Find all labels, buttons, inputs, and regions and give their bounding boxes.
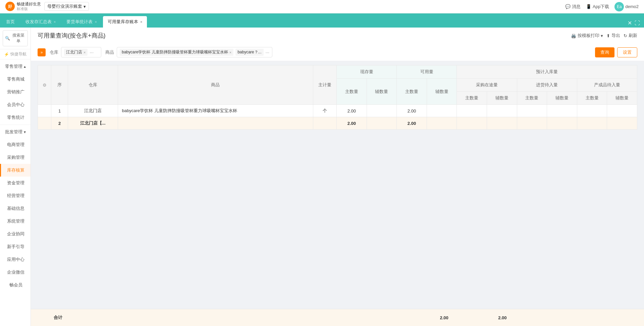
- sidebar-item-enterprise[interactable]: 企业协同: [0, 228, 31, 240]
- product-tag-close[interactable]: ×: [229, 50, 231, 54]
- col-prod-pending-header: 产成品待入量: [577, 79, 637, 92]
- sidebar-item-inventory[interactable]: 库存核算: [0, 164, 31, 177]
- product-filter-input[interactable]: babycare学饮杯 儿童防摔防撞吸管杯重力球吸嘴杯宝宝水杯 × babyca…: [117, 47, 272, 57]
- sidebar-item-basic[interactable]: 基础信息: [0, 202, 31, 215]
- product-extra-label: babycare？...: [237, 49, 261, 55]
- filter-expand-button[interactable]: »: [38, 48, 46, 56]
- col-stock-aux-header: 辅数量: [367, 79, 397, 105]
- page-header: 可用量查询(按仓库+商品) 🖨️ 按模板打印 ▾ ⬆ 导出 ↻ 刷新: [31, 28, 644, 44]
- sidebar-item-ecommerce[interactable]: 电商管理: [0, 138, 31, 151]
- sidebar-basic-label: 基础信息: [7, 205, 24, 212]
- row-product-cell: babycare学饮杯 儿童防摔防撞吸管杯重力球吸嘴杯宝宝水杯: [118, 105, 313, 117]
- expand-icon: »: [41, 50, 43, 55]
- export-button[interactable]: ⬆ 导出: [606, 33, 620, 39]
- col-stock-header: 现存量: [337, 65, 397, 79]
- print-arrow: ▾: [601, 33, 603, 38]
- tab-orderstat[interactable]: 要货单统计表 ×: [62, 16, 101, 28]
- sidebar-item-finance[interactable]: 资金管理: [0, 177, 31, 189]
- footer-product-cell: [95, 312, 399, 323]
- page-title: 可用量查询(按仓库+商品): [38, 32, 106, 40]
- sidebar-item-operation[interactable]: 经营管理: [0, 189, 31, 202]
- message-label: 消息: [572, 4, 581, 10]
- logo-text: 畅捷通好生意: [17, 2, 41, 6]
- subtotal-pur-aux-cell: [487, 117, 517, 130]
- sidebar-item-marketing[interactable]: 营销推广: [0, 86, 31, 98]
- quick-nav-label: 快捷导航: [10, 51, 26, 57]
- sidebar-item-member2[interactable]: 畅会员: [0, 279, 31, 291]
- product-ellipsis[interactable]: ···: [266, 50, 270, 55]
- export-label: 导出: [611, 33, 620, 39]
- settings-button[interactable]: 设置: [617, 47, 637, 57]
- username-label: demo2: [625, 4, 639, 9]
- tab-stockbook-label: 可用量库存账本: [108, 19, 138, 25]
- sidebar-item-retail[interactable]: 零售管理 ▲: [0, 60, 31, 73]
- footer-settings-cell: [38, 312, 51, 323]
- row-avail-aux-cell: [427, 105, 457, 117]
- col-pur-transit-header: 采购在途量: [457, 79, 517, 92]
- quick-nav-button[interactable]: ⚡ 快捷导航: [0, 49, 31, 58]
- sidebar-retail-stat-label: 零售统计: [7, 114, 24, 121]
- table-row: 1 江北门店 babycare学饮杯 儿童防摔防撞吸管杯重力球吸嘴杯宝宝水杯 个…: [38, 105, 637, 117]
- app-download-button[interactable]: 📱 App下载: [586, 4, 609, 10]
- search-menu-button[interactable]: 🔍 搜索菜单: [3, 30, 28, 46]
- footer-prod-aux: [621, 312, 637, 323]
- sidebar-item-member[interactable]: 会员中心: [0, 98, 31, 111]
- row-avail-main-cell: 2.00: [397, 105, 427, 117]
- sidebar-apps-label: 应用中心: [7, 257, 24, 263]
- tab-receivable-close[interactable]: ×: [54, 20, 56, 24]
- avatar: Ea: [614, 2, 624, 11]
- product-extra-tag: babycare？...: [235, 49, 263, 56]
- message-button[interactable]: 💬 消息: [565, 4, 581, 10]
- sidebar: 🔍 搜索菜单 ⚡ 快捷导航 零售管理 ▲ 零售商城 营销推广 会员中心 零售统计…: [0, 28, 31, 326]
- footer-avail-aux: [523, 312, 540, 323]
- logo-text-area: 畅捷通好生意 标准版: [17, 2, 41, 11]
- industry-label: 母婴行业演示账套: [47, 3, 82, 9]
- warehouse-ellipsis[interactable]: ···: [90, 50, 94, 55]
- subtotal-in-aux-cell: [547, 117, 577, 130]
- sidebar-item-retail-stat[interactable]: 零售统计: [0, 111, 31, 124]
- phone-icon: 📱: [586, 4, 591, 9]
- col-pur-transit-aux: 辅数量: [487, 92, 517, 105]
- user-profile[interactable]: Ea demo2: [614, 2, 639, 11]
- sidebar-item-wechat[interactable]: 企业微信: [0, 266, 31, 279]
- refresh-icon: ↻: [624, 33, 627, 38]
- sidebar-newbie-label: 新手引导: [7, 244, 24, 250]
- close-tab-icon[interactable]: ✕: [628, 20, 632, 26]
- sidebar-item-purchase[interactable]: 采购管理: [0, 151, 31, 164]
- print-button[interactable]: 🖨️ 按模板打印 ▾: [571, 33, 603, 39]
- footer-total-table: 合计 2.00 2.00: [38, 312, 637, 323]
- footer-pur-main: [540, 312, 556, 323]
- tab-stockbook[interactable]: 可用量库存账本 ×: [103, 16, 147, 28]
- row-stock-main-cell: 2.00: [337, 105, 367, 117]
- sidebar-item-retail-mall[interactable]: 零售商城: [0, 73, 31, 86]
- tab-home[interactable]: 首页: [1, 16, 19, 28]
- tab-receivable[interactable]: 收发存汇总表 ×: [21, 16, 60, 28]
- sidebar-item-system[interactable]: 系统管理: [0, 215, 31, 228]
- tab-orderstat-close[interactable]: ×: [95, 20, 97, 24]
- sidebar-item-wholesale[interactable]: 批发管理 ▼: [0, 126, 31, 138]
- export-icon: ⬆: [606, 33, 610, 38]
- col-prod-pending-main: 主数量: [577, 92, 607, 105]
- warehouse-filter-input[interactable]: 江北门店 × ···: [61, 47, 101, 57]
- tab-stockbook-close[interactable]: ×: [140, 20, 142, 24]
- sidebar-item-newbie[interactable]: 新手引导: [0, 240, 31, 253]
- query-button[interactable]: 查询: [595, 47, 614, 57]
- warehouse-filter-label: 仓库: [50, 49, 58, 55]
- tab-home-label: 首页: [6, 19, 15, 25]
- maximize-icon[interactable]: ⛶: [635, 20, 640, 26]
- subtotal-avail-main-cell: 2.00: [397, 117, 427, 130]
- sidebar-inventory-label: 库存核算: [7, 167, 24, 173]
- footer-pur-aux: [556, 312, 572, 323]
- industry-selector[interactable]: 母婴行业演示账套 ▾: [44, 2, 89, 11]
- sidebar-item-apps[interactable]: 应用中心: [0, 253, 31, 266]
- row-in-pending-main-cell: [517, 105, 547, 117]
- col-avail-aux-header: 辅数量: [427, 79, 457, 105]
- refresh-button[interactable]: ↻ 刷新: [624, 33, 637, 39]
- sidebar-enterprise-label: 企业协同: [7, 231, 24, 237]
- warehouse-tag-close[interactable]: ×: [84, 50, 86, 54]
- subtotal-prod-aux-cell: [607, 117, 637, 130]
- subtotal-warehouse-cell: 江北门店【...: [68, 117, 118, 130]
- data-table: ⚙ 序 仓库 商品 主计量 现存量 可用量 预计入库量 主数量 辅数量 主数量: [38, 65, 637, 130]
- subtotal-stock-aux-cell: [367, 117, 397, 130]
- column-settings-icon[interactable]: ⚙: [41, 82, 48, 88]
